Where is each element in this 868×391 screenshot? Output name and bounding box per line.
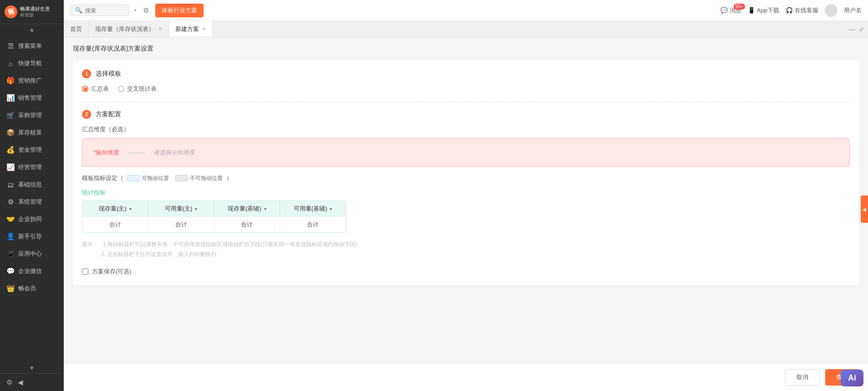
- search-input[interactable]: [85, 7, 122, 14]
- new-guide-icon: 👤: [6, 232, 15, 241]
- avatar[interactable]: [825, 4, 837, 17]
- app-download-btn[interactable]: 📱 App下载: [748, 6, 779, 15]
- radio-cross-circle: [118, 86, 124, 92]
- sidebar-item-label: 企业微信: [18, 267, 42, 275]
- radio-summary[interactable]: 汇总表: [82, 85, 109, 93]
- stats-col-3[interactable]: 现存量(基辅) ▾: [214, 201, 281, 216]
- cooperation-icon: 🤝: [6, 215, 15, 223]
- non-draggable-swatch: [175, 175, 188, 181]
- sidebar-item-label: 应用中心: [18, 250, 42, 258]
- tab-home-label: 首页: [70, 25, 82, 33]
- sidebar-item-finance[interactable]: 💰 资金管理: [0, 141, 64, 159]
- service-btn[interactable]: 🎧 在线客服: [786, 6, 818, 15]
- radio-summary-label: 汇总表: [91, 85, 109, 93]
- right-panel-btn[interactable]: ◀: [861, 196, 868, 223]
- stats-col-2[interactable]: 可用量(主) ▾: [148, 201, 214, 216]
- service-icon: 🎧: [786, 7, 793, 14]
- dimension-title: 汇总维度（必选）: [82, 125, 850, 134]
- sidebar-item-label: 畅会员: [18, 284, 36, 293]
- sidebar-item-label: 资金管理: [18, 146, 42, 154]
- stats-data-2: 合计: [148, 217, 214, 232]
- topbar: 🔍 ▾ ⚙ 体验行业方案 💬 消息 99+ 📱 App下载 🎧 在线客服 用户名: [64, 0, 868, 21]
- sidebar-item-system[interactable]: ⚙ 系统管理: [0, 193, 64, 211]
- sidebar-item-purchase[interactable]: 🛒 采购管理: [0, 107, 64, 124]
- radio-summary-circle: [82, 86, 88, 92]
- sidebar-item-operations[interactable]: 📈 经营管理: [0, 159, 64, 176]
- sidebar-item-label: 快捷导航: [18, 59, 42, 67]
- stats-col-1[interactable]: 现存量(主) ▾: [82, 201, 148, 216]
- sidebar-item-inventory[interactable]: 📦 库存核算: [0, 124, 64, 141]
- sidebar-item-app-center[interactable]: 📱 应用中心: [0, 245, 64, 262]
- tabs-bar: 首页 现存量（库存状况表） ✕ 新建方案 ✕ — ⤢: [64, 21, 868, 37]
- stats-col-4-label: 可用量(基辅): [294, 205, 327, 213]
- tab-inventory-close-icon[interactable]: ✕: [158, 26, 162, 32]
- app-download-icon: 📱: [748, 7, 755, 14]
- sidebar-item-label: 经营管理: [18, 163, 42, 171]
- tab-new-scheme[interactable]: 新建方案 ✕: [169, 21, 213, 37]
- app-name: 畅康通好生意: [20, 5, 50, 12]
- stats-data-4: 合计: [280, 217, 346, 232]
- sidebar-item-label: 采购管理: [18, 111, 42, 119]
- save-checkbox[interactable]: [82, 268, 88, 275]
- quick-nav-icon: ⌂: [6, 59, 15, 67]
- sidebar-item-quick-nav[interactable]: ⌂ 快捷导航: [0, 55, 64, 72]
- logo-icon: 畅: [5, 5, 17, 18]
- tab-home[interactable]: 首页: [64, 21, 89, 37]
- cancel-button[interactable]: 取消: [785, 369, 820, 386]
- search-chevron-icon[interactable]: ▾: [134, 7, 137, 13]
- tab-new-scheme-close-icon[interactable]: ✕: [202, 26, 206, 32]
- stats-col-1-label: 现存量(主): [99, 205, 127, 213]
- sidebar-item-label: 新手引导: [18, 232, 42, 241]
- trial-btn[interactable]: 体验行业方案: [155, 4, 204, 17]
- enterprise-wechat-icon: 💬: [6, 267, 15, 275]
- username[interactable]: 用户名: [844, 6, 862, 15]
- radio-cross[interactable]: 交叉统计表: [118, 85, 157, 93]
- stats-data-1: 合计: [82, 217, 148, 232]
- tab-minimize-icon[interactable]: —: [849, 26, 855, 33]
- inventory-icon: 📦: [6, 129, 15, 137]
- indicator-config: 模板指标设定（ 可拖动位置 不可拖动位置: [82, 174, 850, 258]
- tab-expand-icon[interactable]: ⤢: [859, 26, 864, 33]
- radio-cross-label: 交叉统计表: [127, 85, 157, 93]
- stats-col-4[interactable]: 可用量(基辅) ▾: [280, 201, 346, 216]
- settings-footer-btn[interactable]: ⚙: [6, 378, 12, 386]
- sidebar-item-basic-info[interactable]: 🗂 基础信息: [0, 176, 64, 193]
- collapse-footer-btn[interactable]: ◀: [18, 378, 23, 386]
- sidebar-nav: ☰ 搜索菜单 ⌂ 快捷导航 🎁 营销推广 📊 销售管理 🛒 采购管理 📦 库存核…: [0, 35, 64, 363]
- search-box[interactable]: 🔍: [70, 5, 129, 16]
- app-center-icon: 📱: [6, 250, 15, 258]
- tab-inventory-status[interactable]: 现存量（库存状况表） ✕: [89, 21, 169, 37]
- footer-bar: 取消 查询: [64, 363, 868, 391]
- sidebar-scroll-down[interactable]: ▼: [0, 363, 64, 373]
- main-area: 🔍 ▾ ⚙ 体验行业方案 💬 消息 99+ 📱 App下载 🎧 在线客服 用户名: [64, 0, 868, 391]
- step2-section: 2 方案配置 汇总维度（必选） *纵向维度 —— 请选择分组维度 模板指标设定（: [82, 110, 850, 258]
- stats-data-row: 合计 合计 合计 合计: [82, 216, 346, 232]
- finance-icon: 💰: [6, 146, 15, 154]
- template-options: 汇总表 交叉统计表: [82, 85, 850, 93]
- toggle-draggable: 可拖动位置: [127, 175, 169, 182]
- message-badge: 99+: [734, 4, 745, 10]
- ai-badge[interactable]: Ai: [841, 370, 863, 386]
- step1-label: 选择模板: [96, 70, 121, 78]
- sidebar-item-label: 搜索菜单: [18, 42, 42, 50]
- message-btn[interactable]: 💬 消息 99+: [720, 6, 741, 15]
- save-section: 方案保存(可选): [82, 268, 850, 276]
- settings-gear-icon[interactable]: ⚙: [143, 6, 149, 15]
- tip-1: 提示： 1.拖动标题栏可以调整布局，不可跨维度或指标区域拖动栏目字段(只能在同一…: [82, 240, 850, 248]
- sidebar-item-search-menu[interactable]: ☰ 搜索菜单: [0, 37, 64, 55]
- sidebar-item-cooperation[interactable]: 🤝 企业协同: [0, 211, 64, 228]
- topbar-right: 💬 消息 99+ 📱 App下载 🎧 在线客服 用户名: [720, 4, 862, 17]
- sidebar-footer: ⚙ ◀: [0, 373, 64, 391]
- indicator-label: 模板指标设定（ 可拖动位置 不可拖动位置: [82, 174, 850, 182]
- sidebar-item-member[interactable]: 👑 畅会员: [0, 280, 64, 297]
- stats-col-1-chevron: ▾: [129, 206, 132, 211]
- sidebar-item-enterprise-wechat[interactable]: 💬 企业微信: [0, 262, 64, 280]
- sidebar-item-marketing[interactable]: 🎁 营销推广: [0, 72, 64, 89]
- sidebar-scroll-up[interactable]: ▲: [0, 24, 64, 35]
- sidebar: 畅 畅康通好生意 标准版 ▲ ☰ 搜索菜单 ⌂ 快捷导航 🎁 营销推广 📊 销售…: [0, 0, 64, 391]
- operations-icon: 📈: [6, 163, 15, 171]
- tip-title: 提示：: [82, 241, 102, 247]
- sidebar-item-sales[interactable]: 📊 销售管理: [0, 89, 64, 107]
- sidebar-item-new-guide[interactable]: 👤 新手引导: [0, 228, 64, 245]
- sidebar-item-label: 销售管理: [18, 94, 42, 102]
